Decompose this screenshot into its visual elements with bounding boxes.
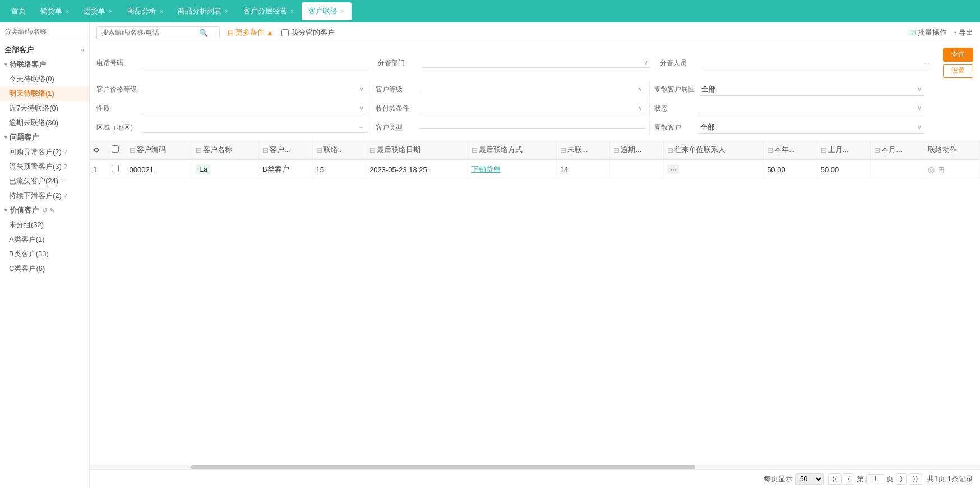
nav-purchase-order-close[interactable]: ×	[109, 8, 112, 15]
toolbar-search-icon[interactable]: 🔍	[199, 29, 208, 37]
col-last-contact-date[interactable]: ⊟ 最后联络日期	[366, 140, 468, 160]
settings-icon[interactable]: ⚙	[93, 146, 100, 154]
nav-sales-order-close[interactable]: ×	[66, 8, 69, 15]
unit-contact-badge: ···	[667, 165, 679, 174]
batch-ops-button[interactable]: ☑ 批量操作	[909, 27, 947, 38]
repurchase-info-icon[interactable]: ?	[63, 149, 67, 155]
table-header-row: ⚙ ⊟ 客户编码 ⊟	[90, 140, 980, 160]
nav-purchase-order[interactable]: 进货单 ×	[77, 2, 119, 20]
price-level-select[interactable]: ∨	[141, 84, 366, 94]
first-page-button[interactable]: ⟨⟨	[828, 473, 842, 485]
cell-last-contact-method[interactable]: 下销货单	[468, 160, 556, 179]
manager-dots-icon[interactable]: ···	[924, 59, 930, 67]
value-customers-group[interactable]: ▾ 价值客户 ↺ ✎	[0, 203, 89, 218]
col-customer-name[interactable]: ⊟ 客户名称	[192, 140, 259, 160]
region-select[interactable]: ···	[141, 122, 366, 133]
nav-customer-stratify[interactable]: 客户分层经营 ×	[237, 2, 301, 20]
sidebar-item-repurchase-abnormal[interactable]: 回购异常客户(2) ?	[0, 145, 89, 159]
row-checkbox[interactable]	[112, 165, 119, 172]
status-field: 状态 ∨	[654, 103, 924, 113]
sidebar-item-class-c[interactable]: C类客户(6)	[0, 261, 89, 276]
sidebar-item-churn-warning[interactable]: 流失预警客户(3) ?	[0, 159, 89, 174]
churned-info-icon[interactable]: ?	[60, 178, 63, 185]
nav-product-analysis-list-close[interactable]: ×	[225, 8, 228, 15]
dept-select[interactable]: ∨	[422, 58, 650, 68]
sidebar-search-input[interactable]	[4, 27, 89, 35]
filter-row-3: 性质 ∨ 收付款条件 ∨ 状态	[96, 100, 973, 116]
pending-section-label: 待联络客户	[10, 59, 46, 70]
retail-attr-select[interactable]: 全部 ∨	[699, 83, 924, 96]
row-action-eye-icon[interactable]: ◎	[928, 165, 935, 174]
export-label: 导出	[959, 27, 973, 38]
col-last-contact-method[interactable]: ⊟ 最后联络方式	[468, 140, 556, 160]
search-input[interactable]	[101, 29, 197, 36]
nav-product-analysis[interactable]: 商品分析 ×	[121, 2, 170, 20]
nav-customer-contact-close[interactable]: ×	[341, 8, 344, 15]
col-last-month[interactable]: ⊟ 上月...	[817, 140, 871, 160]
sidebar-item-ungrouped[interactable]: 未分组(32)	[0, 218, 89, 232]
value-refresh-icon[interactable]: ↺	[42, 207, 47, 214]
more-filters-button[interactable]: ⊟ 更多条件 ▲	[224, 26, 277, 39]
customer-type-select[interactable]	[419, 126, 645, 129]
nav-sales-order[interactable]: 销货单 ×	[34, 2, 76, 20]
col-checkbox[interactable]	[108, 140, 126, 160]
sidebar-item-class-b[interactable]: B类客户(33)	[0, 247, 89, 261]
sidebar-item-declining[interactable]: 持续下滑客户(2) ?	[0, 188, 89, 203]
region-dots-icon[interactable]: ···	[358, 123, 364, 131]
page-input[interactable]	[866, 474, 884, 484]
per-page-select[interactable]: 50 20 100	[795, 473, 824, 485]
row-action-grid-icon[interactable]: ⊞	[938, 165, 945, 174]
problem-section-label: 问题客户	[10, 132, 39, 142]
prev-page-button[interactable]: ⟨	[844, 473, 854, 485]
col-customer-type[interactable]: ⊟ 客户...	[258, 140, 312, 160]
col-customer-code[interactable]: ⊟ 客户编码	[126, 140, 192, 160]
sidebar-item-tomorrow-contact[interactable]: 明天待联络(1)	[0, 86, 89, 101]
last-page-button[interactable]: ⟩⟩	[909, 473, 922, 485]
col-overdue[interactable]: ⊟ 逾期...	[610, 140, 664, 160]
payment-select[interactable]: ∨	[419, 103, 645, 113]
col-this-year[interactable]: ⊟ 本年...	[764, 140, 817, 160]
nav-customer-stratify-close[interactable]: ×	[290, 8, 294, 15]
sidebar-collapse-icon[interactable]: «	[81, 46, 85, 54]
col-this-month[interactable]: ⊟ 本月...	[871, 140, 924, 160]
nav-home[interactable]: 首页	[4, 2, 33, 20]
query-button[interactable]: 查询	[943, 48, 973, 62]
scrollbar-thumb[interactable]	[191, 465, 695, 469]
settings-button[interactable]: 设置	[943, 64, 973, 78]
last-contact-method-link[interactable]: 下销货单	[471, 165, 501, 173]
col-settings[interactable]: ⚙	[90, 140, 108, 160]
cell-checkbox[interactable]	[108, 160, 126, 179]
select-all-checkbox[interactable]	[112, 145, 119, 153]
problem-customers-group[interactable]: ▾ 问题客户	[0, 130, 89, 145]
nav-customer-contact[interactable]: 客户联络 ×	[302, 2, 351, 20]
all-customers-label: 全部客户	[4, 45, 34, 55]
phone-input[interactable]	[140, 58, 368, 68]
sidebar-item-7days-contact[interactable]: 近7天待联络(0)	[0, 101, 89, 116]
col-uncontacted[interactable]: ⊟ 未联...	[556, 140, 610, 160]
my-customers-checkbox[interactable]	[281, 29, 289, 36]
sidebar-item-overdue-contact[interactable]: 逾期未联络(30)	[0, 116, 89, 130]
pending-customers-group[interactable]: ▾ 待联络客户	[0, 57, 89, 72]
nav-product-analysis-list[interactable]: 商品分析列表 ×	[171, 2, 235, 20]
churn-warning-info-icon[interactable]: ?	[63, 163, 67, 170]
export-button[interactable]: ↑ 导出	[954, 27, 974, 38]
col-last-contact-method-label: 最后联络方式	[479, 145, 523, 155]
value-edit-icon[interactable]: ✎	[49, 207, 54, 214]
my-customers-checkbox-label[interactable]: 我分管的客户	[281, 27, 335, 38]
sidebar-item-class-a[interactable]: A类客户(1)	[0, 232, 89, 247]
customer-level-select[interactable]: ∨	[419, 84, 645, 94]
sidebar-item-today-contact[interactable]: 今天待联络(0)	[0, 72, 89, 86]
col-contact-count[interactable]: ⊟ 联络...	[312, 140, 366, 160]
gender-select[interactable]: ∨	[140, 103, 366, 113]
declining-info-icon[interactable]: ?	[63, 192, 67, 199]
status-select[interactable]: ∨	[698, 103, 924, 113]
sort-icon-last-month: ⊟	[821, 146, 827, 154]
manager-select[interactable]: ···	[704, 58, 932, 68]
col-unit-contact[interactable]: ⊟ 往来单位联系人	[664, 140, 764, 160]
nav-product-analysis-close[interactable]: ×	[160, 8, 163, 15]
cell-contact-count: 15	[312, 160, 366, 179]
sidebar-item-churned[interactable]: 已流失客户(24) ?	[0, 174, 89, 188]
horizontal-scrollbar[interactable]	[90, 465, 980, 469]
retail-customer-select[interactable]: 全部 ∨	[698, 121, 924, 134]
next-page-button[interactable]: ⟩	[896, 473, 907, 485]
